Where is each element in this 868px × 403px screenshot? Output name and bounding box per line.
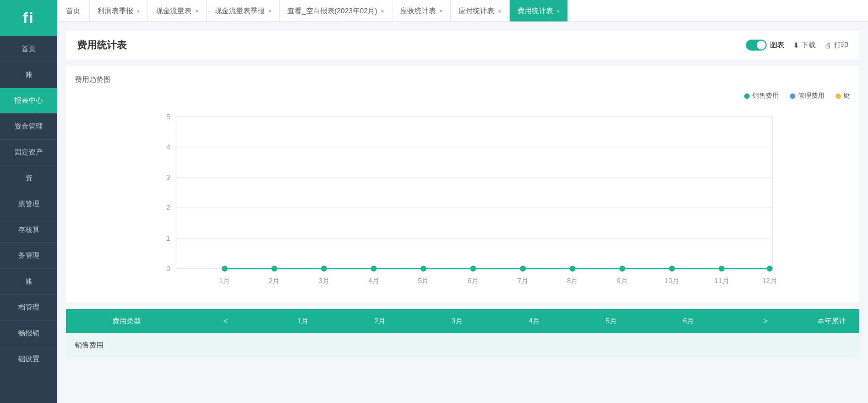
td-expense-type: 销售费用: [66, 340, 187, 350]
tab-payable[interactable]: 应付统计表 ×: [451, 0, 509, 22]
tab-expense-stats[interactable]: 费用统计表 ×: [510, 0, 568, 22]
svg-text:9月: 9月: [617, 277, 628, 285]
svg-text:12月: 12月: [762, 277, 777, 285]
th-month-5: 5月: [573, 316, 650, 326]
trend-chart: 5 4 3 2 1 0 1月 2月 3月 4月 5月 6月 7月 8月 9月: [75, 105, 850, 292]
svg-point-33: [619, 266, 625, 272]
tab-cashflow-q[interactable]: 现金流量表季报 ×: [207, 0, 280, 22]
svg-text:1: 1: [166, 234, 170, 242]
sidebar-logo: fi: [0, 0, 57, 36]
tab-blank-report[interactable]: 查看_空白报表(2023年02月) ×: [280, 0, 392, 22]
legend-admin: 管理费用: [790, 91, 825, 101]
sidebar-item-services[interactable]: 务管理: [0, 243, 57, 269]
th-prev-nav[interactable]: <: [187, 317, 264, 325]
svg-point-35: [719, 266, 725, 272]
th-month-4: 4月: [496, 316, 573, 326]
sidebar-item-ledger[interactable]: 账: [0, 269, 57, 295]
legend-dot-admin: [790, 93, 795, 99]
svg-point-31: [520, 266, 526, 272]
prev-arrow-icon[interactable]: <: [223, 317, 228, 325]
legend-label-finance: 财: [844, 91, 850, 101]
header-actions: 图表 ⬇ 下载 🖨 打印: [746, 40, 848, 51]
sidebar-item-settings[interactable]: 础设置: [0, 346, 57, 372]
legend-finance: 财: [836, 91, 850, 101]
chart-toggle-wrap: 图表: [746, 40, 784, 51]
tab-receivable[interactable]: 应收统计表 ×: [392, 0, 451, 22]
th-month-3: 3月: [418, 316, 495, 326]
svg-text:10月: 10月: [664, 277, 679, 285]
sidebar-item-expense[interactable]: 畅报销: [0, 321, 57, 346]
table-body: 销售费用: [66, 333, 859, 357]
legend-label-sales: 销售费用: [752, 91, 779, 101]
tab-bar: 首页 利润表季报 × 现金流量表 × 现金流量表季报 × 查看_空白报表(202…: [57, 0, 868, 22]
th-month-6: 6月: [650, 316, 727, 326]
svg-text:11月: 11月: [714, 277, 729, 285]
content-area: 费用统计表 图表 ⬇ 下载 🖨 打印 费用趋势图: [57, 22, 868, 403]
svg-text:7月: 7月: [517, 277, 528, 285]
chart-title: 费用趋势图: [75, 75, 850, 85]
print-button[interactable]: 🖨 打印: [825, 40, 848, 50]
sidebar-item-account[interactable]: 账: [0, 62, 57, 88]
svg-text:0: 0: [166, 264, 170, 273]
chart-toggle-label: 图表: [770, 40, 784, 50]
svg-point-27: [321, 266, 327, 272]
table-header: 费用类型 < 1月 2月 3月 4月 5月 6月 > 本年累计: [66, 309, 859, 333]
legend-dot-sales: [744, 93, 750, 99]
sidebar-item-resources[interactable]: 资: [0, 165, 57, 191]
tab-close-payable[interactable]: ×: [498, 8, 501, 14]
svg-text:2: 2: [166, 203, 170, 212]
tab-close-cashflow[interactable]: ×: [195, 8, 198, 14]
sidebar-item-reports[interactable]: 报表中心: [0, 88, 57, 114]
svg-text:5: 5: [166, 113, 170, 121]
tab-close-cashflow-q[interactable]: ×: [268, 8, 271, 14]
svg-point-30: [470, 266, 476, 272]
table-row: 销售费用: [66, 333, 859, 357]
sidebar-item-archives[interactable]: 档管理: [0, 295, 57, 321]
svg-text:4月: 4月: [368, 277, 379, 285]
sidebar: fi 首页 账 报表中心 资金管理 固定资产 资 票管理 存核算 务管理 账 档…: [0, 0, 57, 403]
svg-point-25: [222, 266, 228, 272]
chart-section: 费用趋势图 销售费用 管理费用 财: [66, 66, 859, 302]
chart-legend: 销售费用 管理费用 财: [75, 91, 850, 101]
sidebar-item-funds[interactable]: 资金管理: [0, 114, 57, 140]
svg-text:6月: 6月: [468, 277, 479, 285]
legend-sales: 销售费用: [744, 91, 779, 101]
tab-close-blank[interactable]: ×: [381, 8, 384, 14]
legend-dot-finance: [836, 93, 841, 99]
expense-table: 费用类型 < 1月 2月 3月 4月 5月 6月 > 本年累计 销售费用: [66, 309, 859, 357]
sidebar-item-assets[interactable]: 固定资产: [0, 140, 57, 165]
sidebar-item-tickets[interactable]: 票管理: [0, 191, 57, 217]
svg-point-29: [421, 266, 427, 272]
svg-text:4: 4: [166, 143, 170, 151]
svg-point-28: [371, 266, 377, 272]
svg-text:3月: 3月: [319, 277, 330, 285]
next-arrow-icon[interactable]: >: [763, 317, 768, 325]
page-header: 费用统计表 图表 ⬇ 下载 🖨 打印: [66, 31, 859, 59]
th-month-2: 2月: [341, 316, 418, 326]
sidebar-item-home[interactable]: 首页: [0, 36, 57, 62]
chart-toggle[interactable]: [746, 40, 767, 51]
tab-close-profit[interactable]: ×: [137, 8, 140, 14]
th-month-1: 1月: [264, 316, 341, 326]
th-next-nav[interactable]: >: [727, 317, 804, 325]
page-title: 费用统计表: [77, 38, 127, 52]
tab-profit[interactable]: 利润表季报 ×: [90, 0, 148, 22]
main-area: 首页 利润表季报 × 现金流量表 × 现金流量表季报 × 查看_空白报表(202…: [57, 0, 868, 403]
tab-home[interactable]: 首页: [57, 0, 90, 22]
sidebar-item-inventory[interactable]: 存核算: [0, 217, 57, 243]
svg-text:2月: 2月: [269, 277, 280, 285]
tab-close-expense[interactable]: ×: [556, 8, 560, 14]
download-button[interactable]: ⬇ 下载: [793, 40, 816, 50]
print-icon: 🖨: [825, 41, 832, 49]
svg-point-32: [570, 266, 576, 272]
svg-text:1月: 1月: [219, 277, 230, 285]
th-expense-type: 费用类型: [66, 316, 187, 326]
tab-close-receivable[interactable]: ×: [439, 8, 443, 14]
svg-rect-6: [176, 117, 773, 268]
legend-label-admin: 管理费用: [798, 91, 825, 101]
svg-point-26: [271, 266, 277, 272]
svg-point-34: [669, 266, 675, 272]
tab-cashflow[interactable]: 现金流量表 ×: [148, 0, 206, 22]
th-yearly-total: 本年累计: [804, 316, 859, 326]
svg-text:3: 3: [166, 173, 170, 181]
